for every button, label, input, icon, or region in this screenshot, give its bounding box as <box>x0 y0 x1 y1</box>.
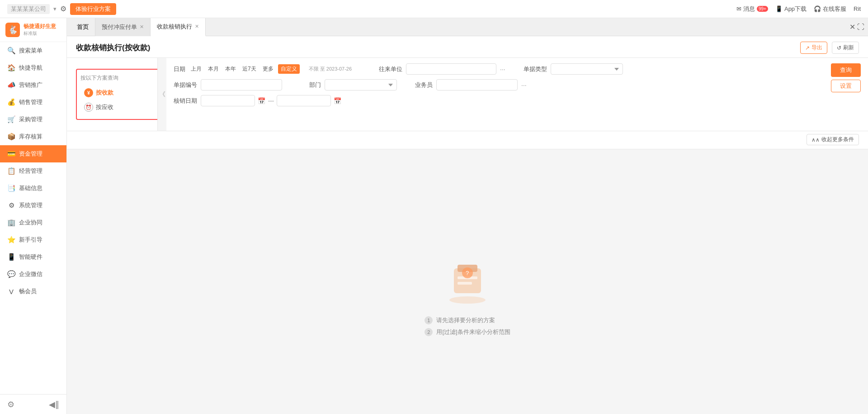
date-range-text-field: 不限 至 2023-07-26 <box>309 66 352 72</box>
sidebar-item-label: 营销推广 <box>19 81 42 89</box>
tab-close-all-button[interactable]: ✕ <box>849 23 855 31</box>
filter-collapse-button[interactable]: 《 <box>157 58 166 131</box>
sidebar-item-label: 畅会员 <box>19 287 37 295</box>
enterprise-icon: 🏢 <box>7 219 15 227</box>
doc-number-input[interactable] <box>201 79 282 90</box>
tip-text-1: 请先选择要分析的方案 <box>436 316 495 324</box>
sidebar-logo: 🐇 畅捷通好生意 标准版 <box>0 18 66 42</box>
verify-date-start-input[interactable]: 2023-03-01 <box>201 95 255 106</box>
doc-type-select[interactable] <box>551 63 623 75</box>
tab-bar: 首页 预付冲应付单 ✕ 收款核销执行 ✕ ✕ ⛶ <box>67 18 868 36</box>
filter-by-receivable[interactable]: ⏰ 按应收 <box>80 100 162 114</box>
refresh-label: 刷新 <box>843 44 854 52</box>
tip-num-2: 2 <box>425 328 433 336</box>
sidebar-item-guide[interactable]: ⭐ 新手引导 <box>0 231 66 248</box>
sidebar-item-wechat[interactable]: 💬 企业微信 <box>0 266 66 283</box>
staff-input[interactable] <box>436 79 518 90</box>
date-this-month[interactable]: 本月 <box>206 64 221 74</box>
settings-icon[interactable]: ⚙ <box>60 5 66 13</box>
staff-field: 业务员 ··· <box>415 79 527 90</box>
date-more[interactable]: 更多 <box>261 64 275 74</box>
tab-maximize-button[interactable]: ⛶ <box>857 23 864 31</box>
chevron-up-icon: ∧∧ <box>811 137 820 143</box>
sidebar-item-basic-info[interactable]: 📑 基础信息 <box>0 180 66 197</box>
filter-section-title: 按以下方案查询 <box>80 74 162 82</box>
query-button[interactable]: 查询 <box>831 63 861 77</box>
empty-state-image: ? <box>440 255 495 309</box>
bottom-collapse-icon[interactable]: ◀‖ <box>49 400 59 409</box>
doc-number-field: 单据编号 <box>174 79 282 90</box>
refresh-button[interactable]: ↺ 刷新 <box>832 42 859 54</box>
date-last-month[interactable]: 上月 <box>189 64 203 74</box>
tab-prepay[interactable]: 预付冲应付单 ✕ <box>95 18 151 36</box>
tab-receivable-close[interactable]: ✕ <box>195 24 199 29</box>
counterparty-more-icon[interactable]: ··· <box>500 66 505 73</box>
verify-date-label: 核销日期 <box>174 97 197 105</box>
date-field: 日期 上月 本月 本年 近7天 更多 自定义 <box>174 64 300 74</box>
bottom-gear-icon[interactable]: ⚙ <box>7 400 14 409</box>
sidebar-item-label: 企业微信 <box>19 270 42 278</box>
date-range-text: 不限 至 2023-07-26 <box>309 66 352 72</box>
industry-button[interactable]: 体验行业方案 <box>70 3 116 15</box>
department-select[interactable] <box>325 79 397 90</box>
date-custom-btn[interactable]: 自定义 <box>278 64 300 74</box>
verify-date-end-input[interactable]: 2023-07-21 <box>277 95 331 106</box>
collapse-more-bar: ∧∧ 收起更多条件 <box>67 131 868 149</box>
sidebar-item-label: 搜索菜单 <box>19 47 42 55</box>
customer-service-button[interactable]: 🎧 在线客服 <box>814 5 846 13</box>
filter-row-1: 日期 上月 本月 本年 近7天 更多 自定义 不限 至 2023-07-26 <box>174 63 824 75</box>
sidebar-item-enterprise[interactable]: 🏢 企业协同 <box>0 214 66 231</box>
sidebar-item-finance[interactable]: 💳 资金管理 <box>0 145 66 162</box>
user-name[interactable]: Rit <box>854 5 861 12</box>
collapse-more-button[interactable]: ∧∧ 收起更多条件 <box>807 134 859 145</box>
setting-button[interactable]: 设置 <box>831 80 861 92</box>
sidebar-item-hardware[interactable]: 📱 智能硬件 <box>0 248 66 266</box>
date-last-7-days[interactable]: 近7天 <box>241 64 258 74</box>
receivable-icon: ⏰ <box>84 103 93 112</box>
sidebar-item-system[interactable]: ⚙ 系统管理 <box>0 197 66 214</box>
headset-icon: 🎧 <box>814 5 821 12</box>
inventory-icon: 📦 <box>7 133 15 141</box>
sidebar-item-label: 库存核算 <box>19 133 42 141</box>
sidebar-item-sales[interactable]: 💰 销售管理 <box>0 94 66 111</box>
sidebar-item-label: 基础信息 <box>19 184 42 192</box>
tab-prepay-label: 预付冲应付单 <box>102 23 137 31</box>
verify-date-start-calendar-icon[interactable]: 📅 <box>258 97 265 105</box>
tab-receivable[interactable]: 收款核销执行 ✕ <box>151 18 206 36</box>
page-title: 收款核销执行(按收款) <box>76 43 150 53</box>
page-header: 收款核销执行(按收款) ↗ 导出 ↺ 刷新 <box>67 36 868 58</box>
staff-more-icon[interactable]: ··· <box>521 81 527 89</box>
app-download-button[interactable]: 📱 App下载 <box>775 5 807 13</box>
sidebar-item-quicknav[interactable]: 🏠 快捷导航 <box>0 59 66 76</box>
filter-by-receipt[interactable]: ¥ 按收款 <box>80 86 162 100</box>
tab-home[interactable]: 首页 <box>71 18 95 36</box>
sidebar-item-operations[interactable]: 📋 经营管理 <box>0 162 66 180</box>
sidebar-item-label: 资金管理 <box>19 150 42 158</box>
sidebar-item-label: 系统管理 <box>19 201 42 209</box>
messages-button[interactable]: ✉ 消息 99+ <box>736 5 768 13</box>
top-bar: 某某某某公司 ▾ ⚙ 体验行业方案 ✉ 消息 99+ 📱 App下载 🎧 在线客… <box>0 0 868 18</box>
sidebar-item-label: 经营管理 <box>19 167 42 175</box>
export-label: 导出 <box>811 44 822 52</box>
filter-by-receipt-label: 按收款 <box>96 89 113 97</box>
sidebar-item-marketing[interactable]: 📣 营销推广 <box>0 76 66 94</box>
date-shortcuts: 上月 本月 本年 近7天 更多 自定义 <box>189 64 300 74</box>
counterparty-input[interactable] <box>406 63 496 75</box>
sidebar-item-member[interactable]: V 畅会员 <box>0 283 66 300</box>
sidebar-item-label: 新手引导 <box>19 236 42 244</box>
staff-label: 业务员 <box>415 81 433 89</box>
filter-fields: 日期 上月 本月 本年 近7天 更多 自定义 不限 至 2023-07-26 <box>166 58 831 131</box>
collapse-more-label: 收起更多条件 <box>821 136 854 143</box>
date-this-year[interactable]: 本年 <box>223 64 238 74</box>
tab-prepay-close[interactable]: ✕ <box>140 24 144 30</box>
sales-icon: 💰 <box>7 98 15 106</box>
customer-service-label: 在线客服 <box>823 5 846 13</box>
filter-row-3: 核销日期 2023-03-01 📅 — 2023-07-21 📅 <box>174 95 824 106</box>
verify-date-end-calendar-icon[interactable]: 📅 <box>334 97 341 105</box>
company-dropdown-icon[interactable]: ▾ <box>53 5 57 12</box>
export-button[interactable]: ↗ 导出 <box>800 42 827 54</box>
sidebar-item-search[interactable]: 🔍 搜索菜单 <box>0 42 66 59</box>
doc-type-label: 单据类型 <box>524 65 547 73</box>
sidebar-item-purchase[interactable]: 🛒 采购管理 <box>0 111 66 128</box>
sidebar-item-inventory[interactable]: 📦 库存核算 <box>0 128 66 145</box>
